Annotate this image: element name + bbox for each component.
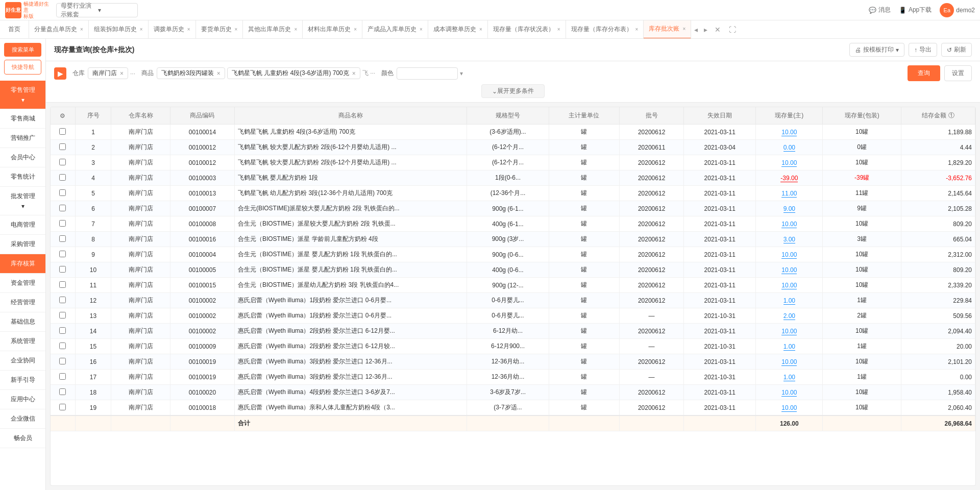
close-tab-disassemble[interactable]: × <box>140 27 143 32</box>
sidebar-item-basic[interactable]: 基础信息 <box>0 312 45 332</box>
tab-home[interactable]: 首页 <box>0 20 29 39</box>
print-button[interactable]: 🖨 按模板打印 ▾ <box>849 43 904 57</box>
tab-other-out-history[interactable]: 其他出库单历史 × <box>243 20 303 39</box>
tab-split-history[interactable]: 分量盘点单历史 × <box>29 20 89 39</box>
sidebar-item-ecommerce[interactable]: 电商管理 <box>0 215 45 235</box>
cell-checkbox[interactable] <box>51 293 75 308</box>
filter-toggle-button[interactable]: ▶ <box>54 67 66 80</box>
setting-button[interactable]: 设置 <box>944 65 972 81</box>
cell-checkbox[interactable] <box>51 308 75 324</box>
close-tab-product-in[interactable]: × <box>420 27 423 32</box>
settings-icon[interactable]: ⚙ <box>60 112 65 119</box>
cell-checkbox[interactable] <box>51 170 75 186</box>
sidebar-item-member-plus[interactable]: 畅会员 <box>0 429 45 448</box>
cell-stock-main[interactable]: 10.00 <box>756 324 823 339</box>
sidebar-item-retail[interactable]: 零售管理 ▾ <box>0 81 45 109</box>
cell-stock-main[interactable]: 10.00 <box>756 216 823 232</box>
close-tab-batch-voucher[interactable]: × <box>682 26 685 32</box>
industry-selector[interactable]: 母婴行业演示账套 ▾ <box>56 3 138 17</box>
search-menu-button[interactable]: 搜索菜单 <box>4 43 41 57</box>
cell-checkbox[interactable] <box>51 201 75 216</box>
cell-stock-main[interactable]: 3.00 <box>756 232 823 247</box>
close-tab-requisition[interactable]: × <box>187 27 190 32</box>
cell-stock-main[interactable]: 10.00 <box>756 385 823 400</box>
table-container[interactable]: ⚙ 序号 仓库名称 商品编码 商品名称 规格型号 主计量单位 批号 失效日期 现… <box>50 107 976 486</box>
sidebar-item-operation[interactable]: 经营管理 <box>0 293 45 312</box>
cell-checkbox[interactable] <box>51 140 75 155</box>
cell-checkbox[interactable] <box>51 247 75 262</box>
cell-checkbox[interactable] <box>51 125 75 140</box>
warehouse-tag-0[interactable]: 南岸门店 × <box>88 67 128 79</box>
cell-checkbox[interactable] <box>51 385 75 400</box>
tab-maximize[interactable]: ⛶ <box>725 26 740 34</box>
close-tab-other-out[interactable]: × <box>294 27 297 32</box>
tab-batch-voucher[interactable]: 库存批次账 × <box>644 20 691 39</box>
cell-checkbox[interactable] <box>51 232 75 247</box>
cell-stock-main[interactable]: 1.00 <box>756 370 823 385</box>
close-tab-request[interactable]: × <box>235 27 238 32</box>
warehouse-more[interactable]: ··· <box>130 70 135 77</box>
cell-checkbox[interactable] <box>51 370 75 385</box>
expand-filters-button[interactable]: ⌄ 展开更多条件 <box>481 84 545 98</box>
quick-nav-button[interactable]: 快捷导航 <box>4 60 41 75</box>
col-settings[interactable]: ⚙ <box>51 107 75 125</box>
cell-stock-main[interactable]: 10.00 <box>756 247 823 262</box>
sidebar-item-guide[interactable]: 新手引导 <box>0 371 45 390</box>
user-profile[interactable]: Ea demo2 <box>940 3 975 17</box>
remove-product-tag-0[interactable]: × <box>217 70 220 77</box>
cell-stock-main[interactable]: 1.00 <box>756 293 823 308</box>
message-button[interactable]: 💬 消息 <box>869 6 891 14</box>
search-button[interactable]: 查询 <box>908 65 940 81</box>
cell-checkbox[interactable] <box>51 216 75 232</box>
cell-stock-main[interactable]: -39.00 <box>756 170 823 186</box>
close-tab-stock-dist[interactable]: × <box>635 27 639 32</box>
export-button[interactable]: ↑ 导出 <box>909 43 937 57</box>
sidebar-item-enterprise[interactable]: 企业协同 <box>0 351 45 371</box>
cell-stock-main[interactable]: 1.00 <box>756 339 823 354</box>
product-tag-0[interactable]: 飞鹤奶粉3段丙罐装 × <box>157 67 225 79</box>
close-tab-material-out[interactable]: × <box>354 27 357 32</box>
sidebar-item-finance[interactable]: 资金管理 <box>0 274 45 293</box>
cell-stock-main[interactable]: 9.00 <box>756 201 823 216</box>
cell-checkbox[interactable] <box>51 262 75 278</box>
cell-stock-main[interactable]: 10.00 <box>756 262 823 278</box>
tab-disassemble-history[interactable]: 组装拆卸单历史 × <box>89 20 149 39</box>
tab-scroll-right[interactable]: ▸ <box>701 26 710 34</box>
tab-material-out-history[interactable]: 材料出库单历史 × <box>303 20 362 39</box>
close-tab-cost-adjust[interactable]: × <box>479 27 482 32</box>
tab-stock-dist[interactable]: 现存量（库存分布表） × <box>566 20 644 39</box>
sidebar-item-wholesale[interactable]: 批发管理 ▾ <box>0 187 45 215</box>
sidebar-item-system[interactable]: 系统管理 <box>0 332 45 351</box>
sidebar-item-enterprise-wechat[interactable]: 企业微信 <box>0 409 45 429</box>
sidebar-item-purchase[interactable]: 采购管理 <box>0 235 45 254</box>
cell-checkbox[interactable] <box>51 278 75 293</box>
remove-warehouse-tag[interactable]: × <box>120 70 124 77</box>
tab-scroll-left[interactable]: ◂ <box>691 26 701 34</box>
cell-stock-main[interactable]: 10.00 <box>756 400 823 416</box>
tab-stock-status[interactable]: 现存量（库存状况表） × <box>488 20 566 39</box>
sidebar-item-inventory[interactable]: 库存核算 <box>0 254 45 274</box>
cell-checkbox[interactable] <box>51 324 75 339</box>
tab-requisition-history[interactable]: 调拨单历史 × <box>149 20 196 39</box>
product-more[interactable]: 飞 ··· <box>362 69 375 78</box>
cell-stock-main[interactable]: 11.00 <box>756 186 823 201</box>
cell-stock-main[interactable]: 10.00 <box>756 125 823 140</box>
cell-stock-main[interactable]: 10.00 <box>756 354 823 370</box>
cell-stock-main[interactable]: 10.00 <box>756 278 823 293</box>
close-tab-stock-status[interactable]: × <box>557 27 560 32</box>
remove-product-tag-1[interactable]: × <box>352 70 356 77</box>
tab-close-all[interactable]: ✕ <box>710 26 725 34</box>
cell-checkbox[interactable] <box>51 339 75 354</box>
tab-cost-adjust[interactable]: 成本调整单历史 × <box>428 20 488 39</box>
app-download-button[interactable]: 📱 App下载 <box>899 6 932 14</box>
cell-stock-main[interactable]: 2.00 <box>756 308 823 324</box>
cell-stock-main[interactable]: 0.00 <box>756 140 823 155</box>
refresh-button[interactable]: ↺ 刷新 <box>941 43 972 57</box>
sidebar-item-retail-shop[interactable]: 零售商城 <box>0 109 45 129</box>
cell-checkbox[interactable] <box>51 400 75 416</box>
sidebar-item-marketing[interactable]: 营销推广 <box>0 129 45 148</box>
cell-checkbox[interactable] <box>51 186 75 201</box>
tab-product-in-history[interactable]: 产成品入库单历史 × <box>362 20 428 39</box>
cell-checkbox[interactable] <box>51 155 75 170</box>
color-input[interactable] <box>397 67 458 80</box>
